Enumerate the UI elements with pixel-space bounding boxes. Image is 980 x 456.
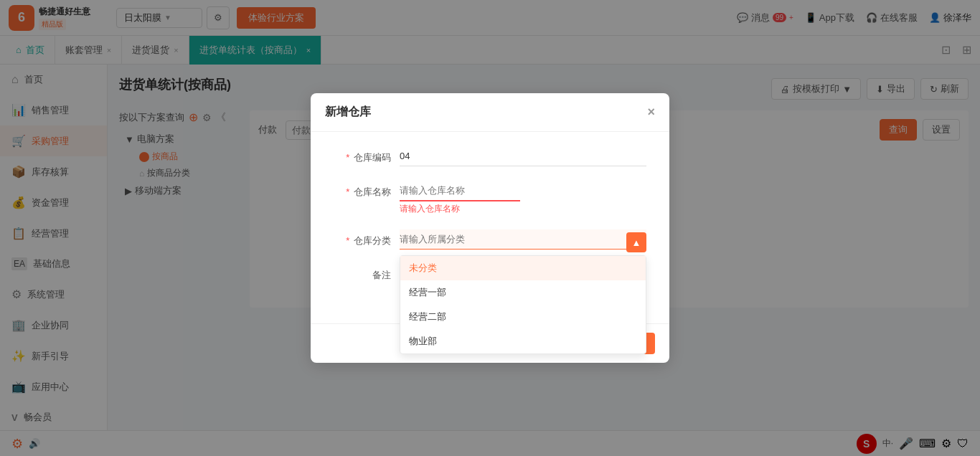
dialog-close-button[interactable]: × [647, 105, 655, 120]
required-star: * [346, 152, 349, 163]
dialog-header: 新增仓库 × [311, 93, 669, 132]
dropdown-option-dept1[interactable]: 经营一部 [400, 280, 646, 305]
modal-overlay[interactable]: 新增仓库 × * 仓库编码 * 仓库名称 [0, 0, 980, 456]
dropdown-option-uncategorized[interactable]: 未分类 [400, 256, 646, 280]
warehouse-code-input[interactable] [400, 146, 646, 166]
category-label: * 仓库分类 [334, 229, 391, 247]
category-input-wrap: ▲ 未分类 经营一部 经营二部 物业部 [400, 229, 646, 250]
dropdown-option-dept2[interactable]: 经营二部 [400, 305, 646, 329]
form-row-category: * 仓库分类 ▲ 未分类 经营一部 经营二部 物业部 [334, 229, 646, 250]
category-toggle-button[interactable]: ▲ [626, 232, 646, 252]
code-label: * 仓库编码 [334, 146, 391, 164]
required-star-category: * [346, 235, 349, 246]
category-input[interactable] [400, 229, 646, 250]
name-error-message: 请输入仓库名称 [400, 203, 520, 215]
form-row-name: * 仓库名称 请输入仓库名称 [334, 181, 646, 215]
warehouse-name-input[interactable] [400, 181, 520, 201]
remark-label: 备注 [334, 264, 391, 282]
dialog-body: * 仓库编码 * 仓库名称 请输入仓库名称 [311, 132, 669, 323]
form-row-code: * 仓库编码 [334, 146, 646, 166]
dialog-title: 新增仓库 [325, 105, 371, 120]
dropdown-option-property[interactable]: 物业部 [400, 329, 646, 353]
name-row-inner: * 仓库名称 请输入仓库名称 [334, 181, 520, 215]
add-warehouse-dialog: 新增仓库 × * 仓库编码 * 仓库名称 [311, 93, 669, 363]
name-label: * 仓库名称 [334, 181, 391, 199]
required-star-name: * [346, 186, 349, 197]
category-dropdown: 未分类 经营一部 经营二部 物业部 [400, 255, 646, 354]
name-input-wrap: 请输入仓库名称 [400, 181, 520, 215]
